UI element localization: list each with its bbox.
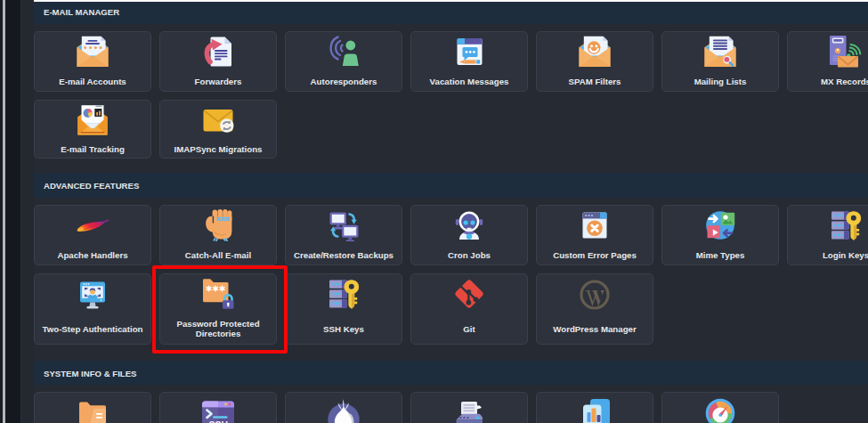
svg-text:SSH: SSH	[209, 419, 229, 423]
